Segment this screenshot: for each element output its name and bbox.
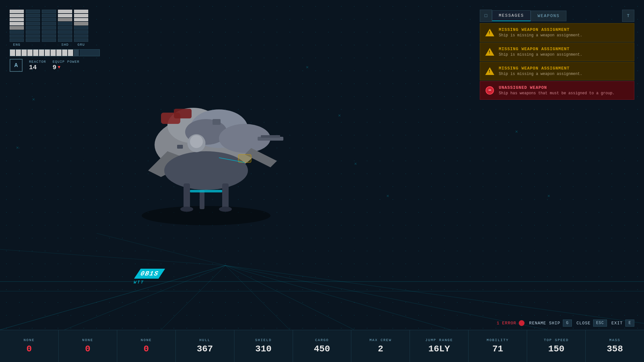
bar-slot <box>74 38 88 42</box>
shd-label: SHD <box>62 43 69 47</box>
svg-rect-21 <box>184 183 190 209</box>
bottom-bar: NONE0NONE0NONE0HULL367SHIELD310CARGO450M… <box>0 330 644 362</box>
warning-triangle <box>485 67 494 75</box>
error-badge: 1 ERROR <box>497 320 525 326</box>
svg-point-12 <box>142 206 270 225</box>
bar-slot <box>42 18 56 22</box>
error-dot-icon <box>519 320 525 326</box>
reactor-row: A REACTOR 14 EQUIP POWER 9 ▼ <box>10 59 100 72</box>
svg-point-20 <box>164 151 248 190</box>
reactor-icon: A <box>10 59 23 72</box>
bar-slot <box>26 18 40 22</box>
cross-marker: ✕ <box>354 161 357 166</box>
stat-label-3: HULL <box>199 338 210 342</box>
message-content-0: MISSING WEAPON ASSIGNMENT Ship is missin… <box>499 27 630 38</box>
panel-header: □ MESSAGES WEAPONS T <box>480 10 634 22</box>
stat-col-jump-range: JUMP RANGE16LY <box>410 330 469 362</box>
stat-label-4: SHIELD <box>255 338 272 342</box>
error-circle: − <box>486 86 494 95</box>
bottom-controls: 1 ERROR RENAME SHIP G CLOSE ESC EXIT E <box>497 320 635 327</box>
power-segment <box>56 50 62 56</box>
stat-label-1: NONE <box>82 338 93 342</box>
warning-icon-2 <box>485 66 495 76</box>
svg-rect-26 <box>238 154 251 162</box>
stat-value-6: 2 <box>378 344 383 354</box>
tab-messages[interactable]: MESSAGES <box>492 10 531 21</box>
ship-model <box>97 48 316 235</box>
close-button[interactable]: CLOSE ESC <box>576 320 607 327</box>
right-panel: □ MESSAGES WEAPONS T MISSING WEAPON ASSI… <box>480 10 634 100</box>
svg-line-4 <box>161 265 225 330</box>
gru-bar <box>74 10 88 42</box>
stat-value-2: 0 <box>144 344 149 354</box>
error-label: ERROR <box>502 321 516 326</box>
close-label: CLOSE <box>576 321 591 326</box>
svg-line-6 <box>225 265 354 330</box>
exit-key: E <box>625 320 634 327</box>
shd-bar <box>58 10 72 42</box>
cross-marker: ✕ <box>32 97 35 102</box>
warning-icon-1 <box>485 47 495 57</box>
bar-slot <box>42 14 56 17</box>
power-segment <box>33 50 39 56</box>
bar-slot <box>10 18 24 22</box>
power-segment <box>51 50 56 56</box>
message-body-1: Ship is missing a weapon assignment. <box>499 52 630 57</box>
message-body-2: Ship is missing a weapon assignment. <box>499 72 630 76</box>
bar-slot <box>74 34 88 38</box>
power-segment <box>68 50 74 56</box>
equip-value: 9 <box>52 64 56 71</box>
bar-slot <box>42 38 56 42</box>
message-body-3: Ship has weapons that must be assigned t… <box>499 91 630 96</box>
bar-slot <box>58 10 72 13</box>
svg-point-31 <box>190 135 203 148</box>
svg-line-9 <box>225 265 644 323</box>
svg-point-25 <box>219 207 232 212</box>
message-item-1: MISSING WEAPON ASSIGNMENT Ship is missin… <box>480 42 634 61</box>
message-content-3: UNASSIGNED WEAPON Ship has weapons that … <box>499 85 630 96</box>
stat-value-3: 367 <box>197 344 213 354</box>
rename-ship-button[interactable]: RENAME SHIP G <box>529 320 572 327</box>
bar-slot <box>42 10 56 13</box>
bar-slot <box>26 34 40 38</box>
power-segment <box>39 50 45 56</box>
bar-slot <box>10 34 24 38</box>
stat-label-8: MOBILITY <box>487 338 509 342</box>
panel-tab-right[interactable]: T <box>622 10 634 22</box>
bar-slot <box>10 14 24 17</box>
bar-slot <box>10 26 24 30</box>
svg-point-24 <box>180 207 193 212</box>
bar-slot <box>26 30 40 34</box>
stat-value-4: 310 <box>255 344 271 354</box>
stat-col-mobility: MOBILITY71 <box>469 330 527 362</box>
bar-slot <box>74 18 88 22</box>
message-title-2: MISSING WEAPON ASSIGNMENT <box>499 66 630 71</box>
message-item-3: − UNASSIGNED WEAPON Ship has weapons tha… <box>480 81 634 100</box>
svg-rect-34 <box>190 190 222 192</box>
bar-slot <box>74 22 88 25</box>
message-item-2: MISSING WEAPON ASSIGNMENT Ship is missin… <box>480 62 634 80</box>
power-segment <box>74 50 80 56</box>
gru-label: GRU <box>78 43 85 47</box>
svg-line-11 <box>0 249 225 265</box>
reactor-info: REACTOR 14 <box>29 60 46 71</box>
bar-slot <box>58 14 72 17</box>
tab-weapons[interactable]: WEAPONS <box>531 11 566 21</box>
equip-value-row: 9 ▼ <box>52 64 80 71</box>
svg-rect-22 <box>222 183 229 209</box>
cross-marker: ✕ <box>515 129 518 134</box>
bar-slot <box>58 30 72 34</box>
bar-slot <box>58 18 72 22</box>
bar-slot <box>58 22 72 25</box>
empty-bar-group-1: --- <box>26 10 40 47</box>
empty-bar-1 <box>26 10 40 42</box>
bar-slot <box>74 14 88 17</box>
message-content-1: MISSING WEAPON ASSIGNMENT Ship is missin… <box>499 47 630 57</box>
bar-slot <box>74 30 88 34</box>
exit-button[interactable]: EXIT E <box>611 320 634 327</box>
eng-bar <box>10 10 24 42</box>
stat-value-10: 358 <box>607 344 623 354</box>
panel-icon[interactable]: □ <box>480 10 492 22</box>
power-segment <box>22 50 27 56</box>
reactor-value: 14 <box>29 64 46 71</box>
